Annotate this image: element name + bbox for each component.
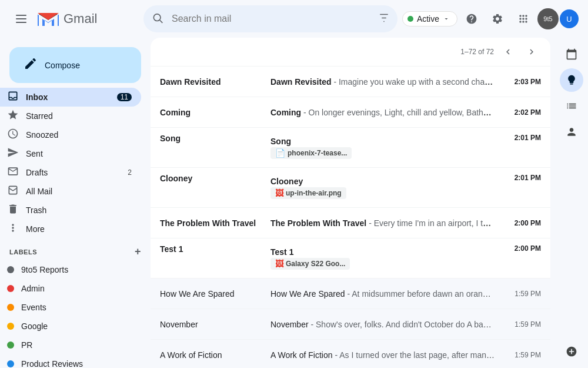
email-subject-snippet: Test 1 (270, 247, 495, 257)
compose-button[interactable]: Compose (9, 47, 141, 83)
settings-icon[interactable] (486, 7, 509, 31)
pagination: 1–72 of 72 (460, 42, 541, 61)
sidebar-item-snoozed[interactable]: Snoozed (0, 125, 141, 144)
label-dot-9to5reports (7, 266, 14, 273)
label-admin[interactable]: Admin (0, 279, 141, 298)
label-text-events: Events (21, 303, 46, 312)
profile-avatar-9to5mac[interactable]: 9t5 (537, 8, 559, 29)
email-sender: Test 1 (160, 238, 266, 254)
labels-section-header: LABELS + (0, 238, 151, 260)
email-sender: Clooney (160, 168, 266, 183)
sidebar-item-inbox[interactable]: Inbox 11 (0, 88, 141, 107)
status-dot (407, 16, 413, 22)
email-time: 2:01 PM (500, 128, 541, 142)
svg-line-4 (160, 20, 163, 23)
sent-label: Sent (26, 149, 132, 158)
label-google[interactable]: Google (0, 317, 141, 336)
more-label: More (26, 224, 132, 234)
email-subject-snippet: Coming - On longer evenings, Light, chil… (270, 108, 495, 117)
label-dot-pr (7, 342, 14, 349)
compose-pencil-icon (24, 57, 38, 74)
contacts-panel-icon[interactable] (560, 120, 583, 144)
table-row[interactable]: Song Song 📄 phoenix-7-tease... 2:01 PM (151, 128, 550, 168)
menu-icon[interactable] (9, 7, 33, 31)
add-label-icon[interactable]: + (135, 246, 141, 258)
label-dot-admin (7, 285, 14, 292)
email-sender: How We Are Spared (160, 289, 266, 299)
sidebar-item-sent[interactable]: Sent (0, 144, 141, 163)
email-subject-snippet: How We Are Spared - At midsummer before … (270, 289, 495, 299)
drafts-label: Drafts (26, 168, 121, 177)
email-sender: The Problem With Travel (160, 218, 266, 228)
inbox-icon (7, 90, 19, 105)
image-icon: 🖼 (275, 259, 283, 268)
sent-icon (7, 147, 19, 161)
help-icon[interactable] (460, 7, 483, 31)
label-text-admin: Admin (21, 284, 45, 293)
email-sender: Song (160, 128, 266, 143)
email-time: 2:00 PM (500, 238, 541, 253)
sidebar-item-trash[interactable]: Trash (0, 201, 141, 220)
label-product-reviews[interactable]: Product Reviews (0, 354, 141, 368)
profile-avatar-main[interactable]: U (560, 9, 579, 28)
keep-panel-icon[interactable] (560, 68, 583, 92)
sidebar-item-all-mail[interactable]: All Mail (0, 182, 141, 201)
sidebar-item-starred[interactable]: Starred (0, 107, 141, 125)
email-subject-snippet: A Work of Fiction - As I turned over the… (270, 350, 495, 360)
table-row[interactable]: The Problem With Travel The Problem With… (151, 208, 550, 238)
table-row[interactable]: A Work of Fiction A Work of Fiction - As… (151, 340, 550, 363)
label-text-pr: PR (21, 340, 32, 350)
snoozed-label: Snoozed (26, 130, 132, 140)
table-row[interactable]: Test 1 Test 1 🖼 Galaxy S22 Goo... 2:00 P… (151, 238, 550, 279)
table-row[interactable]: Dawn Revisited Dawn Revisited - Imagine … (151, 67, 550, 97)
email-subject-snippet: The Problem With Travel - Every time I'm… (270, 218, 495, 228)
label-events[interactable]: Events (0, 298, 141, 317)
email-subject-snippet: Dawn Revisited - Imagine you wake up wit… (270, 77, 495, 87)
label-dot-events (7, 304, 14, 311)
image-icon: 🖼 (275, 188, 283, 198)
search-bar (143, 5, 397, 32)
avatar-cluster: 9t5 U (537, 8, 579, 29)
more-icon (7, 222, 19, 237)
tasks-panel-icon[interactable] (560, 94, 583, 118)
email-time: 2:01 PM (500, 168, 541, 182)
status-chip[interactable]: Active (402, 11, 457, 26)
drafts-badge: 2 (128, 168, 132, 177)
email-list: 1–72 of 72 Dawn Revisited Dawn Revisited… (151, 38, 550, 363)
snooze-icon (7, 128, 19, 142)
email-list-header: 1–72 of 72 (151, 38, 550, 67)
email-sender: Dawn Revisited (160, 77, 266, 87)
label-9to5reports[interactable]: 9to5 Reports (0, 260, 141, 279)
label-dot-google (7, 323, 14, 330)
table-row[interactable]: Coming Coming - On longer evenings, Ligh… (151, 97, 550, 128)
table-row[interactable]: How We Are Spared How We Are Spared - At… (151, 279, 550, 309)
label-text-product-reviews: Product Reviews (21, 359, 83, 368)
inbox-badge: 11 (117, 93, 132, 101)
status-label: Active (417, 14, 439, 24)
label-pr[interactable]: PR (0, 336, 141, 354)
search-input[interactable] (143, 5, 397, 32)
trash-icon (7, 203, 19, 218)
next-page-button[interactable] (522, 42, 541, 61)
add-addon-icon[interactable] (560, 340, 583, 363)
sidebar-item-drafts[interactable]: Drafts 2 (0, 163, 141, 182)
email-time: 1:59 PM (500, 351, 541, 359)
email-time: 2:03 PM (500, 78, 541, 86)
apps-icon[interactable] (512, 7, 535, 31)
search-filter-icon[interactable] (379, 13, 389, 25)
attachment-pill: 📄 phoenix-7-tease... (270, 147, 352, 159)
calendar-panel-icon[interactable] (560, 42, 583, 66)
table-row[interactable]: November November - Show's over, folks. … (151, 309, 550, 340)
sidebar-item-more[interactable]: More (0, 220, 141, 238)
email-subject-snippet: Song (270, 137, 495, 146)
email-subject-snippet: Clooney (270, 177, 495, 186)
email-sender: A Work of Fiction (160, 350, 266, 360)
search-icon (152, 12, 163, 26)
all-mail-icon (7, 184, 19, 199)
gmail-logo: Gmail (38, 11, 97, 27)
attachment-pill: 🖼 up-in-the-air.png (270, 187, 346, 199)
table-row[interactable]: Clooney Clooney 🖼 up-in-the-air.png 2:01… (151, 168, 550, 208)
starred-label: Starred (26, 111, 132, 121)
prev-page-button[interactable] (499, 42, 517, 61)
label-text-google: Google (21, 321, 48, 331)
